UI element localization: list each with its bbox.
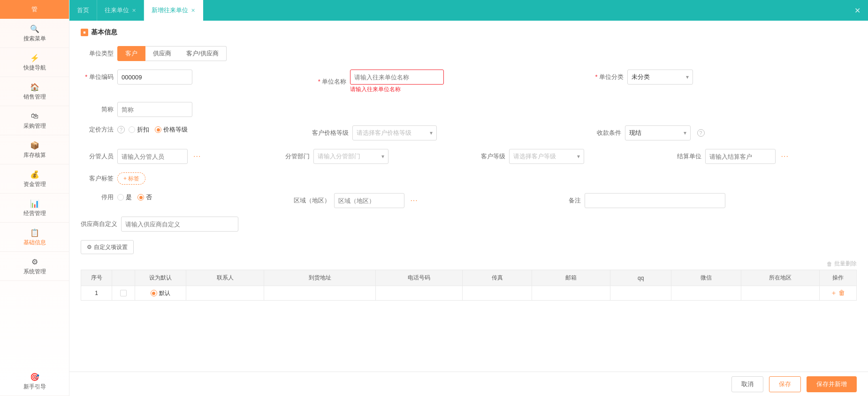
sidebar-item-quicknav[interactable]: ⚡ 快捷导航 bbox=[0, 48, 69, 77]
short-name-input[interactable] bbox=[117, 102, 192, 117]
manager-input[interactable] bbox=[117, 149, 188, 164]
sidebar-item-inventory[interactable]: 📦 库存核算 bbox=[0, 135, 69, 164]
sales-icon: 🏠 bbox=[30, 82, 40, 92]
type-btn-both[interactable]: 客户/供应商 bbox=[179, 46, 227, 61]
sidebar-item-sales[interactable]: 🏠 销售管理 bbox=[0, 77, 69, 106]
region-field: 区域（地区） ··· bbox=[294, 193, 541, 208]
disable-yes-radio[interactable]: 是 bbox=[117, 193, 132, 202]
customer-tag-label: 客户标签 bbox=[81, 174, 114, 183]
cell-checkbox[interactable] bbox=[112, 286, 135, 301]
sidebar-item-system[interactable]: ⚙ 系统管理 bbox=[0, 252, 69, 281]
sidebar-item-guide[interactable]: 🎯 新手引导 bbox=[0, 367, 69, 396]
sidebar-item-search[interactable]: 🔍 搜索菜单 bbox=[0, 19, 69, 48]
close-all-button[interactable]: ✕ bbox=[847, 6, 868, 15]
cell-address[interactable] bbox=[264, 286, 376, 301]
default-label: 默认 bbox=[159, 289, 170, 297]
unit-type-label: 单位类型 bbox=[81, 49, 114, 58]
tab-new-counterparty-close[interactable]: ✕ bbox=[191, 8, 195, 14]
supplier-custom-input[interactable] bbox=[121, 217, 238, 232]
tag-add-button[interactable]: + 标签 bbox=[117, 172, 145, 185]
cell-contact[interactable] bbox=[186, 286, 264, 301]
tag-btn-label: + 标签 bbox=[123, 175, 139, 183]
pricing-help-icon[interactable]: ? bbox=[117, 126, 125, 133]
default-radio[interactable]: 默认 bbox=[138, 289, 183, 297]
sidebar-item-operations[interactable]: 📊 经营管理 bbox=[0, 194, 69, 223]
payment-terms-field: 收款条件 现结 ? bbox=[588, 125, 857, 140]
save-button[interactable]: 保存 bbox=[769, 376, 801, 392]
unit-category-field: 单位分类 未分类 bbox=[591, 70, 857, 85]
wechat-input[interactable] bbox=[690, 290, 723, 296]
fax-input[interactable] bbox=[481, 290, 514, 296]
region-input[interactable] bbox=[334, 193, 404, 208]
save-new-button[interactable]: 保存并新增 bbox=[807, 376, 857, 392]
unit-category-select[interactable]: 未分类 bbox=[627, 70, 693, 85]
sidebar-item-purchase[interactable]: 🛍 采购管理 bbox=[0, 106, 69, 135]
system-icon: ⚙ bbox=[30, 256, 40, 267]
cell-default: 默认 bbox=[135, 286, 186, 301]
settlement-input[interactable] bbox=[705, 149, 776, 164]
purchase-icon: 🛍 bbox=[30, 111, 40, 121]
address-input[interactable] bbox=[292, 290, 348, 296]
cell-email[interactable] bbox=[532, 286, 610, 301]
custom-settings-button[interactable]: ⚙ 自定义项设置 bbox=[81, 240, 134, 254]
unit-code-input[interactable] bbox=[117, 70, 192, 85]
sidebar-item-finance[interactable]: 💰 资金管理 bbox=[0, 164, 69, 194]
payment-help-icon[interactable]: ? bbox=[697, 129, 705, 137]
cell-fax[interactable] bbox=[462, 286, 532, 301]
inventory-icon: 📦 bbox=[30, 140, 40, 150]
disable-no-radio[interactable]: 否 bbox=[137, 193, 152, 202]
email-input[interactable] bbox=[552, 290, 590, 296]
department-select[interactable]: 请输入分管部门 bbox=[313, 149, 388, 164]
tab-new-counterparty[interactable]: 新增往来单位 ✕ bbox=[144, 0, 203, 21]
section-title: ■ 基本信息 bbox=[81, 28, 857, 37]
cell-wechat[interactable] bbox=[671, 286, 741, 301]
customer-price-label: 客户价格等级 bbox=[312, 129, 349, 137]
department-placeholder: 请输入分管部门 bbox=[318, 152, 360, 161]
unit-name-error: 请输入往来单位名称 bbox=[350, 85, 444, 93]
sidebar: 管 🔍 搜索菜单 ⚡ 快捷导航 🏠 销售管理 🛍 采购管理 📦 库存核算 💰 资… bbox=[0, 0, 69, 396]
sidebar-item-basic[interactable]: 📋 基础信息 bbox=[0, 223, 69, 252]
disable-row: 停用 是 否 区域（地区） bbox=[81, 193, 857, 208]
cell-region[interactable] bbox=[741, 286, 819, 301]
unit-category-value: 未分类 bbox=[632, 73, 650, 81]
tab-counterparty-label: 往来单位 bbox=[105, 6, 129, 15]
section-icon: ■ bbox=[81, 29, 88, 36]
cell-phone[interactable] bbox=[376, 286, 462, 301]
batch-delete-icon: 🗑 bbox=[827, 261, 832, 267]
sidebar-item-label: 搜索菜单 bbox=[23, 35, 46, 43]
type-btn-customer[interactable]: 客户 bbox=[117, 46, 145, 61]
type-btn-supplier[interactable]: 供应商 bbox=[145, 46, 179, 61]
phone-input[interactable] bbox=[398, 290, 440, 296]
tab-home-label: 首页 bbox=[77, 6, 89, 15]
customer-price-select[interactable]: 请选择客户价格等级 bbox=[352, 125, 437, 140]
col-email: 邮箱 bbox=[532, 270, 610, 286]
tab-home[interactable]: 首页 bbox=[69, 0, 97, 21]
department-field: 分管部门 请输入分管部门 bbox=[277, 149, 465, 164]
cell-qq[interactable] bbox=[610, 286, 671, 301]
cancel-button[interactable]: 取消 bbox=[731, 376, 763, 392]
tab-counterparty-close[interactable]: ✕ bbox=[132, 8, 136, 14]
payment-terms-select[interactable]: 现结 bbox=[625, 125, 691, 140]
pricing-discount-radio[interactable]: 折扣 bbox=[129, 125, 149, 134]
unit-code-label: 单位编码 bbox=[81, 73, 114, 81]
qq-input[interactable] bbox=[627, 290, 655, 296]
row-add-button[interactable]: ＋ bbox=[830, 289, 837, 297]
manager-more-btn[interactable]: ··· bbox=[191, 152, 203, 161]
unit-category-label: 单位分类 bbox=[591, 73, 624, 81]
col-checkbox bbox=[112, 270, 135, 286]
pricing-level-radio[interactable]: 价格等级 bbox=[155, 125, 188, 134]
unit-name-input[interactable] bbox=[350, 70, 444, 85]
region-table-input[interactable] bbox=[761, 290, 799, 296]
batch-delete-label[interactable]: 批量删除 bbox=[834, 260, 857, 268]
short-name-field: 简称 bbox=[81, 102, 857, 117]
sidebar-logo: 管 bbox=[0, 0, 69, 19]
remark-input[interactable] bbox=[585, 193, 725, 208]
contact-input[interactable] bbox=[206, 290, 244, 296]
settlement-more-btn[interactable]: ··· bbox=[779, 152, 791, 161]
customer-level-select[interactable]: 请选择客户等级 bbox=[509, 149, 584, 164]
row-delete-button[interactable]: 🗑 bbox=[838, 289, 845, 296]
region-more-btn[interactable]: ··· bbox=[408, 196, 419, 205]
table-header-row: 序号 设为默认 联系人 到货地址 电话号码 传真 邮箱 qq 微信 所在地区 操… bbox=[81, 270, 857, 286]
tab-counterparty[interactable]: 往来单位 ✕ bbox=[97, 0, 144, 21]
remark-field: 备注 bbox=[548, 193, 857, 208]
